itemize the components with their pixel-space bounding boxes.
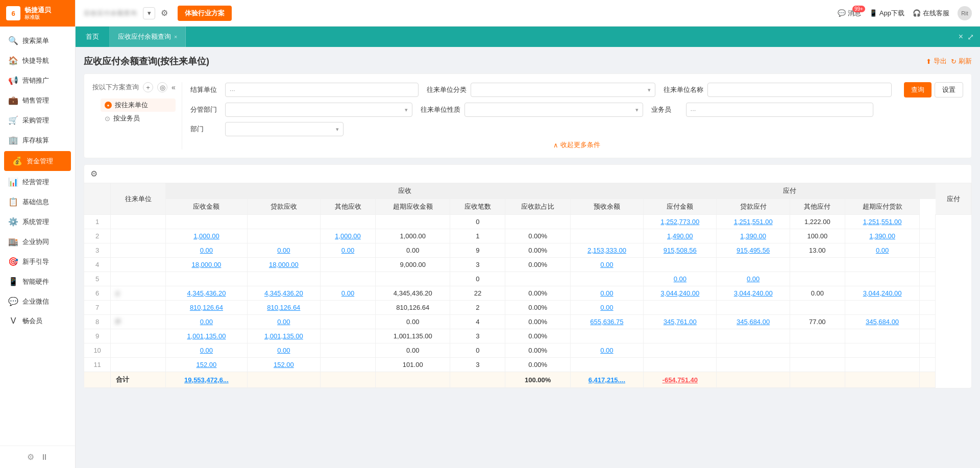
avatar: Rit	[958, 6, 972, 20]
user-item[interactable]: Rit	[958, 6, 972, 20]
partner-nature-select[interactable]: ▾	[464, 103, 643, 117]
guide-label: 新手引导	[22, 257, 49, 266]
sidebar-item-marketing[interactable]: 📢 营销推广	[0, 70, 75, 90]
sidebar-item-search-menu[interactable]: 🔍 搜索菜单	[0, 31, 75, 51]
sidebar-item-guide[interactable]: 🎯 新手引导	[0, 252, 75, 272]
breadcrumb-text: 应收应付余额查询	[84, 9, 137, 18]
sidebar-item-weixin[interactable]: 💬 企业微信	[0, 291, 75, 311]
table-row: 11152.00152.00101.0030.00%	[84, 358, 971, 372]
page-title: 应收应付余额查询(按往来单位)	[84, 55, 209, 67]
th-no	[84, 183, 111, 215]
table-toolbar: ⚙	[84, 165, 971, 183]
sidebar-item-system[interactable]: ⚙️ 系统管理	[0, 212, 75, 232]
total-partner: 合计	[111, 372, 166, 388]
sidebar: 6 畅捷通贝 标准版 🔍 搜索菜单 🏠 快捷导航 📢 营销推广 💼 销售管理 🛒…	[0, 0, 76, 468]
sidebar-settings-icon[interactable]: ⚙	[27, 452, 34, 462]
partner-name-input[interactable]	[707, 83, 892, 97]
filter-collapse-row[interactable]: ∧ 收起更多条件	[190, 140, 963, 150]
refresh-button[interactable]: ↻ 刷新	[951, 57, 972, 66]
sidebar-item-enterprise[interactable]: 🏬 企业协同	[0, 232, 75, 252]
export-button[interactable]: ⬆ 导出	[926, 57, 947, 66]
tab-home-label: 首页	[86, 32, 99, 41]
sidebar-item-purchase[interactable]: 🛒 采购管理	[0, 110, 75, 130]
online-service-item[interactable]: 🎧 在线客服	[913, 9, 949, 18]
table-row: 30.000.000.000.0090.00%2,153,333.00915,5…	[84, 243, 971, 258]
sidebar-item-quick-nav[interactable]: 🏠 快捷导航	[0, 51, 75, 70]
label-salesperson: 业务员	[651, 105, 682, 114]
table-row: 7810,126.64810,126.64810,126.6420.00%0.0…	[84, 301, 971, 315]
system-label: 系统管理	[22, 217, 49, 227]
partner-nature-arrow: ▾	[635, 107, 639, 113]
filter-option-dot: ●	[105, 102, 112, 109]
query-button[interactable]: 查询	[904, 82, 932, 97]
breadcrumb-dropdown-btn[interactable]: ▾	[143, 7, 155, 19]
message-badge: 99+	[852, 6, 865, 12]
enterprise-label: 企业协同	[22, 237, 49, 247]
tab-current[interactable]: 应收应付余额查询 ×	[110, 27, 186, 47]
label-department: 部门	[190, 125, 221, 134]
sidebar-item-basic-info[interactable]: 📋 基础信息	[0, 192, 75, 212]
total-row: 合计 19,553,472,6... 100.00% 6,417,215....…	[84, 372, 971, 388]
filter-option-partner[interactable]: ● 按往来单位	[101, 98, 176, 112]
label-settlement-unit: 结算单位	[190, 85, 221, 94]
app-download-item[interactable]: 📱 App下载	[869, 9, 904, 18]
th-overdue-recv: 超期应收金额	[376, 199, 450, 215]
sidebar-item-member[interactable]: V 畅会员	[0, 311, 75, 331]
sidebar-item-smart-hw[interactable]: 📱 智能硬件	[0, 272, 75, 291]
guide-icon: 🎯	[8, 257, 18, 266]
settings-button[interactable]: 设置	[935, 82, 963, 97]
promo-button[interactable]: 体验行业方案	[178, 6, 232, 21]
total-recv-ratio: 100.00%	[505, 372, 570, 388]
tab-home[interactable]: 首页	[76, 27, 110, 47]
filter-scheme-btn[interactable]: ◎	[157, 82, 167, 92]
filter-field-settlement-unit: 结算单位 ···	[190, 83, 419, 97]
sidebar-item-operation[interactable]: 📊 经营管理	[0, 172, 75, 192]
total-other-pay	[790, 372, 845, 388]
tab-close-icon[interactable]: ×	[174, 34, 177, 40]
th-recv-ratio: 应收款占比	[505, 199, 570, 215]
partner-category-select[interactable]: ▾	[471, 83, 655, 97]
filter-field-partner-nature: 往来单位性质 ▾	[421, 103, 643, 117]
header-actions: ▾ ⚙	[143, 6, 172, 20]
sidebar-footer: ⚙ ⏸	[0, 446, 75, 468]
quick-nav-icon: 🏠	[8, 56, 18, 65]
th-loan-pay: 贷款应付	[717, 199, 790, 215]
salesperson-input[interactable]: ···	[686, 103, 873, 117]
partner-category-arrow: ▾	[648, 87, 651, 93]
window-close-btn[interactable]: ×	[959, 32, 963, 41]
sidebar-collapse-icon[interactable]: ⏸	[40, 453, 48, 462]
smart-hw-label: 智能硬件	[22, 277, 49, 286]
filter-collapse-btn[interactable]: «	[172, 83, 176, 91]
quick-nav-label: 快捷导航	[22, 56, 49, 65]
department-select[interactable]: ▾	[225, 122, 344, 136]
table-row: 8P0.000.000.0040.00%655,636.75345,761.00…	[84, 315, 971, 329]
breadcrumb: 应收应付余额查询	[84, 9, 137, 18]
enterprise-icon: 🏬	[8, 237, 18, 247]
filter-option-salesperson[interactable]: ⊙ 按业务员	[101, 112, 176, 125]
filter-header-label: 按以下方案查询	[92, 83, 139, 92]
page-header: 应收应付余额查询(按往来单位) ⬆ 导出 ↻ 刷新	[84, 55, 972, 67]
settlement-unit-input[interactable]: ···	[225, 83, 419, 97]
total-prepay[interactable]: 6,417,215....	[570, 372, 643, 388]
filter-add-btn[interactable]: +	[143, 82, 153, 92]
sidebar-item-inventory[interactable]: 🏢 库存核算	[0, 130, 75, 150]
header-settings-btn[interactable]: ⚙	[157, 6, 172, 20]
table-settings-icon[interactable]: ⚙	[90, 169, 97, 179]
table-row: 500.000.00	[84, 272, 971, 286]
window-restore-btn[interactable]: ⤢	[967, 32, 974, 42]
dept-select[interactable]: ▾	[225, 103, 412, 117]
total-recv[interactable]: 19,553,472,6...	[166, 372, 247, 388]
table-row: 6z4,345,436.204,345,436.200.004,345,436.…	[84, 286, 971, 301]
total-payable[interactable]: -654,751.40	[644, 372, 717, 388]
filter-option-partner-label: 按往来单位	[115, 101, 148, 110]
weixin-icon: 💬	[8, 297, 18, 306]
sidebar-item-sales[interactable]: 💼 销售管理	[0, 90, 75, 110]
sidebar-item-finance[interactable]: 💰 资金管理	[4, 151, 71, 171]
online-service-label: 在线客服	[923, 9, 949, 18]
action-buttons: 查询 设置	[904, 82, 963, 97]
message-icon: 💬	[838, 9, 846, 17]
message-item[interactable]: 💬 消息 99+	[838, 9, 861, 18]
filter-scheme-icon: ◎	[160, 84, 165, 91]
th-recv-count: 应收笔数	[450, 199, 505, 215]
main-content: 应收应付余额查询(按往来单位) ⬆ 导出 ↻ 刷新 按以下方案查询 +	[76, 47, 980, 468]
